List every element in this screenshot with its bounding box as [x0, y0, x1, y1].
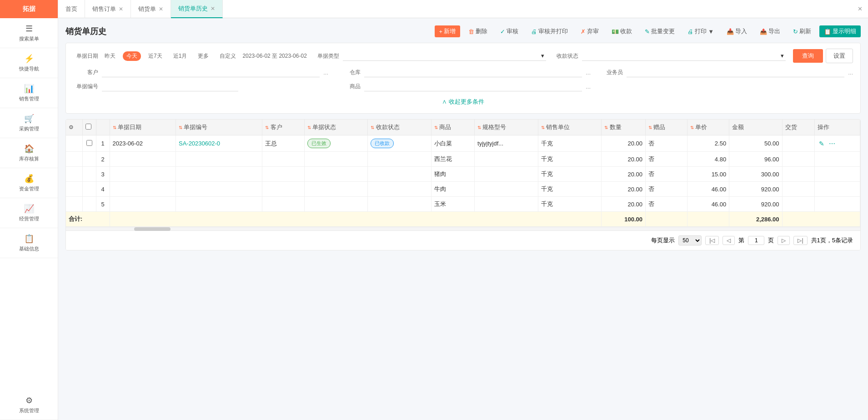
row1-select[interactable] — [86, 140, 92, 146]
page-number-input[interactable] — [748, 236, 764, 245]
tabbar-close-all[interactable]: ✕ — [852, 5, 868, 12]
last-page-btn[interactable]: ▷| — [793, 236, 807, 245]
goods-input[interactable] — [364, 82, 582, 91]
collect-icon: 💵 — [612, 28, 619, 35]
export-button[interactable]: 📤 导出 — [755, 25, 785, 37]
sidebar-logo: 拓据 — [0, 0, 58, 18]
warehouse-dots[interactable]: ... — [586, 69, 591, 76]
sidebar-item-purchase-mgmt[interactable]: 🛒 采购管理 — [0, 108, 58, 138]
delete-button[interactable]: 🗑 删除 — [464, 25, 492, 37]
sidebar-item-quick-nav[interactable]: ⚡ 快捷导航 — [0, 48, 58, 78]
date-tag-yesterday[interactable]: 昨天 — [101, 51, 119, 61]
customer-dots[interactable]: ... — [323, 69, 328, 76]
row1-edit-icon[interactable]: ✎ — [819, 140, 824, 147]
next-page-btn[interactable]: ▷ — [778, 236, 790, 245]
sidebar-item-label: 搜索菜单 — [19, 35, 39, 42]
print-button[interactable]: 🖨 打印 ▼ — [683, 25, 718, 37]
inventory-icon: 🏠 — [24, 144, 34, 154]
date-range-value: 2023-06-02 至 2023-06-02 — [242, 52, 306, 60]
data-table: ⚙ ⇅ 单据日期 ⇅ 单据编号 ⇅ 客户 ⇅ 单据状态 ⇅ 收款状态 ⇅ 商品 … — [66, 120, 860, 227]
table-goods-th[interactable]: ⇅ 商品 — [431, 120, 474, 135]
table-spec-th[interactable]: ⇅ 规格型号 — [475, 120, 538, 135]
doc-no-input[interactable] — [102, 82, 238, 91]
table-unit-th[interactable]: ⇅ 销售单位 — [538, 120, 602, 135]
salesman-input[interactable] — [627, 68, 844, 77]
table-price-th[interactable]: ⇅ 单价 — [687, 120, 729, 135]
scroll-track[interactable] — [66, 227, 860, 230]
import-icon: 📥 — [727, 28, 734, 35]
row1-docno[interactable]: SA-20230602-0 — [176, 135, 262, 152]
collect-status-label: 收款状态 — [553, 52, 578, 60]
salesman-dots[interactable]: ... — [848, 69, 853, 76]
show-detail-button[interactable]: 📋 显示明细 — [819, 25, 861, 37]
table-checkbox-th — [82, 120, 96, 135]
table-docno-th[interactable]: ⇅ 单据编号 — [176, 120, 262, 135]
date-tag-today[interactable]: 今天 — [123, 51, 141, 61]
warehouse-input[interactable] — [364, 68, 582, 77]
table-gift-th[interactable]: ⇅ 赠品 — [645, 120, 687, 135]
collect-button[interactable]: 💵 收款 — [607, 25, 637, 37]
sidebar-item-label: 资金管理 — [19, 185, 39, 192]
row1-num: 1 — [96, 135, 110, 152]
sidebar-item-sales-mgmt[interactable]: 📊 销售管理 — [0, 78, 58, 108]
row5-customer — [262, 197, 304, 212]
sidebar-item-inventory-calc[interactable]: 🏠 库存核算 — [0, 138, 58, 168]
tab-sales-history[interactable]: 销货单历史 ✕ — [171, 0, 223, 18]
goods-dots[interactable]: ... — [586, 83, 591, 90]
refresh-icon: ↻ — [793, 28, 798, 35]
date-tag-more[interactable]: 更多 — [194, 51, 212, 61]
select-all-checkbox[interactable] — [85, 124, 91, 130]
sales-icon: 📊 — [24, 84, 34, 94]
query-button[interactable]: 查询 — [793, 49, 823, 63]
filter-item-warehouse: 仓库 ... — [336, 68, 591, 77]
doc-no-label: 单据编号 — [73, 83, 98, 90]
tab-sales-delivery-close[interactable]: ✕ — [159, 6, 163, 12]
tab-home[interactable]: 首页 — [58, 0, 85, 18]
setting-button[interactable]: 设置 — [826, 49, 853, 63]
date-tag-1month[interactable]: 近1月 — [170, 51, 191, 61]
row3-qty: 20.00 — [602, 167, 646, 182]
first-page-btn[interactable]: |◁ — [705, 236, 719, 245]
sidebar-item-basic-info[interactable]: 📋 基础信息 — [0, 228, 58, 258]
date-tag-7days[interactable]: 近7天 — [145, 51, 166, 61]
table-qty-th[interactable]: ⇅ 数量 — [602, 120, 646, 135]
batch-change-button[interactable]: ✎ 批量变更 — [640, 25, 679, 37]
tab-sales-delivery[interactable]: 销货单 ✕ — [131, 0, 171, 18]
prev-page-btn[interactable]: ◁ — [722, 236, 735, 245]
tab-sales-order-close[interactable]: ✕ — [119, 6, 123, 12]
doc-type-dropdown-icon: ▾ — [541, 52, 544, 59]
doc-type-select[interactable]: ▾ — [343, 51, 547, 61]
sidebar-item-search-menu[interactable]: ☰ 搜索菜单 — [0, 18, 58, 48]
audit-print-icon: 🖨 — [531, 28, 537, 35]
row4-docno — [176, 182, 262, 197]
sidebar-item-sys-mgmt[interactable]: ⚙ 系统管理 — [0, 390, 58, 420]
import-button[interactable]: 📥 导入 — [722, 25, 752, 37]
collapse-label: ∧ 收起更多条件 — [442, 98, 484, 106]
table-docstatus-th[interactable]: ⇅ 单据状态 — [304, 120, 368, 135]
customer-input[interactable] — [102, 68, 320, 77]
sidebar-item-biz-mgmt[interactable]: 📈 经营管理 — [0, 198, 58, 228]
page-label-post: 页 — [768, 236, 774, 245]
table-footer-row: 合计: 100.00 2,286.00 — [66, 212, 860, 227]
table-customer-th[interactable]: ⇅ 客户 — [262, 120, 304, 135]
row2-operation — [814, 152, 860, 167]
sys-icon: ⚙ — [25, 395, 33, 405]
audit-button[interactable]: ✓ 审核 — [496, 25, 523, 37]
abandon-button[interactable]: ✗ 弃审 — [576, 25, 603, 37]
collapse-row[interactable]: ∧ 收起更多条件 — [73, 96, 853, 108]
audit-print-button[interactable]: 🖨 审核并打印 — [527, 25, 572, 37]
add-button[interactable]: + 新增 — [435, 25, 461, 37]
table-collectstatus-th[interactable]: ⇅ 收款状态 — [368, 120, 431, 135]
date-tag-custom[interactable]: 自定义 — [216, 51, 240, 61]
tab-sales-history-close[interactable]: ✕ — [211, 5, 215, 12]
row3-settings — [66, 167, 82, 182]
sidebar-item-fund-mgmt[interactable]: 💰 资金管理 — [0, 168, 58, 198]
tab-sales-order[interactable]: 销售订单 ✕ — [85, 0, 131, 18]
row1-more-icon[interactable]: ⋯ — [829, 140, 835, 147]
table-settings-th[interactable]: ⚙ — [66, 120, 82, 135]
scroll-thumb[interactable] — [134, 227, 171, 231]
per-page-select[interactable]: 50 100 200 — [678, 235, 702, 245]
refresh-button[interactable]: ↻ 刷新 — [788, 25, 816, 37]
collect-status-select[interactable]: ▾ — [582, 51, 786, 61]
table-date-th[interactable]: ⇅ 单据日期 — [110, 120, 176, 135]
